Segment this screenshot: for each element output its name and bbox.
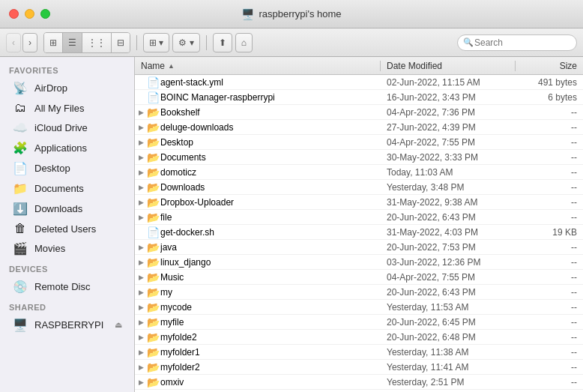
back-button[interactable]: ‹ bbox=[6, 33, 21, 52]
close-button[interactable]: ✕ bbox=[9, 9, 19, 19]
table-row[interactable]: ▶📂Dropbox-Uploader31-May-2022, 9:38 AM-- bbox=[135, 195, 583, 210]
table-row[interactable]: ▶📂omxivYesterday, 2:51 PM-- bbox=[135, 375, 583, 390]
view-mode-group: ⊞ ☰ ⋮⋮ ⊟ bbox=[43, 32, 130, 53]
remote-disc-icon: 💿 bbox=[12, 280, 28, 294]
table-row[interactable]: ▶📂mycodeYesterday, 11:53 AM-- bbox=[135, 300, 583, 315]
folder-icon: 📂 bbox=[147, 166, 160, 178]
arrange-button[interactable]: ⊞ ▾ bbox=[143, 33, 169, 52]
share-button[interactable]: ⬆ bbox=[213, 33, 232, 52]
table-row[interactable]: ▶📂Desktop04-Apr-2022, 7:55 PM-- bbox=[135, 135, 583, 150]
table-row[interactable]: ▶📂file20-Jun-2022, 6:43 PM-- bbox=[135, 210, 583, 225]
file-size: -- bbox=[516, 272, 583, 283]
expand-button[interactable]: ▶ bbox=[135, 364, 147, 371]
sidebar-item-deleted-users[interactable]: 🗑 Deleted Users bbox=[3, 219, 131, 238]
sidebar-item-applications[interactable]: 🧩 Applications bbox=[3, 138, 131, 158]
expand-button[interactable]: ▶ bbox=[135, 199, 147, 206]
expand-button[interactable]: ▶ bbox=[135, 379, 147, 386]
toolbar-separator-2 bbox=[206, 35, 207, 50]
file-date: 27-Jun-2022, 4:39 PM bbox=[381, 122, 516, 133]
table-row[interactable]: ▶📂domoticzToday, 11:03 AM-- bbox=[135, 165, 583, 180]
table-row[interactable]: ▶📂my20-Jun-2022, 6:43 PM-- bbox=[135, 285, 583, 300]
expand-button[interactable]: ▶ bbox=[135, 184, 147, 191]
expand-button[interactable]: ▶ bbox=[135, 139, 147, 146]
table-row[interactable]: ▶📂deluge-downloads27-Jun-2022, 4:39 PM-- bbox=[135, 120, 583, 135]
search-input[interactable] bbox=[457, 34, 577, 51]
sidebar-item-documents[interactable]: 📁 Documents bbox=[3, 178, 131, 199]
table-row[interactable]: ▶📂myfolder1Yesterday, 11:38 AM-- bbox=[135, 345, 583, 360]
file-size: -- bbox=[516, 302, 583, 313]
col-date-label: Date Modified bbox=[387, 61, 442, 71]
table-row[interactable]: 📄get-docker.sh31-May-2022, 4:03 PM19 KB bbox=[135, 225, 583, 240]
icloud-icon: ☁️ bbox=[12, 121, 28, 135]
file-size: -- bbox=[516, 182, 583, 193]
file-size: -- bbox=[516, 152, 583, 163]
table-row[interactable]: ▶📂Bookshelf04-Apr-2022, 7:36 PM-- bbox=[135, 105, 583, 120]
view-gallery-button[interactable]: ⊟ bbox=[112, 33, 130, 52]
expand-button[interactable]: ▶ bbox=[135, 304, 147, 311]
sidebar-item-desktop[interactable]: 📄 Desktop bbox=[3, 158, 131, 178]
sidebar-item-movies[interactable]: 🎬 Movies bbox=[3, 238, 131, 259]
sidebar-item-raspberrypi[interactable]: 🖥️ RASPBERRYPI ⏏ bbox=[3, 315, 131, 335]
sidebar-item-airdrop[interactable]: 📡 AirDrop bbox=[3, 78, 131, 98]
path-button[interactable]: ⌂ bbox=[235, 33, 253, 52]
view-list-button[interactable]: ☰ bbox=[63, 33, 82, 52]
folder-icon: 📂 bbox=[147, 286, 160, 298]
col-name-header[interactable]: Name ▲ bbox=[135, 61, 381, 71]
table-row[interactable]: ▶📂myfolde220-Jun-2022, 6:48 PM-- bbox=[135, 330, 583, 345]
sort-arrow: ▲ bbox=[168, 62, 175, 70]
file-date: 20-Jun-2022, 6:43 PM bbox=[381, 212, 516, 223]
file-icon: 📄 bbox=[147, 91, 160, 103]
window-title-icon: 🖥️ bbox=[241, 8, 254, 20]
forward-button[interactable]: › bbox=[22, 33, 37, 52]
expand-button[interactable]: ▶ bbox=[135, 334, 147, 341]
expand-button[interactable]: ▶ bbox=[135, 214, 147, 221]
table-row[interactable]: ▶📂DownloadsYesterday, 3:48 PM-- bbox=[135, 180, 583, 195]
file-date: 20-Jun-2022, 7:53 PM bbox=[381, 242, 516, 253]
sidebar-item-downloads[interactable]: ⬇️ Downloads bbox=[3, 199, 131, 219]
col-size-header[interactable]: Size bbox=[516, 61, 583, 71]
expand-button[interactable]: ▶ bbox=[135, 259, 147, 266]
table-row[interactable]: ▶📂myfolder2Yesterday, 11:41 AM-- bbox=[135, 360, 583, 375]
expand-button[interactable]: ▶ bbox=[135, 274, 147, 281]
action-button[interactable]: ⚙ ▾ bbox=[172, 33, 199, 52]
expand-button[interactable]: ▶ bbox=[135, 244, 147, 251]
table-row[interactable]: ▶📂linux_django03-Jun-2022, 12:36 PM-- bbox=[135, 255, 583, 270]
folder-icon: 📂 bbox=[147, 151, 160, 163]
file-name: file bbox=[160, 212, 381, 223]
minimize-button[interactable]: − bbox=[25, 9, 34, 19]
eject-button[interactable]: ⏏ bbox=[115, 320, 122, 330]
view-icon-button[interactable]: ⊞ bbox=[44, 33, 63, 52]
expand-button[interactable]: ▶ bbox=[135, 124, 147, 131]
expand-button[interactable]: ▶ bbox=[135, 289, 147, 296]
sidebar-item-all-my-files[interactable]: 🗂 All My Files bbox=[3, 98, 131, 118]
table-row[interactable]: ▶📂java20-Jun-2022, 7:53 PM-- bbox=[135, 240, 583, 255]
title-bar: ✕ − + 🖥️ raspberrypi's home bbox=[0, 0, 583, 28]
expand-button[interactable]: ▶ bbox=[135, 349, 147, 356]
table-row[interactable]: 📄agent-stack.yml02-Jun-2022, 11:15 AM491… bbox=[135, 75, 583, 90]
folder-icon: 📂 bbox=[147, 361, 160, 373]
col-size-label: Size bbox=[560, 61, 577, 71]
folder-icon: 📂 bbox=[147, 211, 160, 223]
arrange-icon: ⊞ ▾ bbox=[149, 37, 163, 48]
nav-buttons: ‹ › bbox=[6, 33, 37, 52]
folder-icon: 📂 bbox=[147, 316, 160, 328]
favorites-header: Favorites bbox=[0, 60, 134, 78]
table-row[interactable]: ▶📂Documents30-May-2022, 3:33 PM-- bbox=[135, 150, 583, 165]
expand-button[interactable]: ▶ bbox=[135, 109, 147, 116]
sidebar-item-icloud-drive[interactable]: ☁️ iCloud Drive bbox=[3, 118, 131, 138]
folder-icon: 📂 bbox=[147, 376, 160, 388]
expand-button[interactable]: ▶ bbox=[135, 154, 147, 161]
expand-button[interactable]: ▶ bbox=[135, 169, 147, 176]
table-row[interactable]: ▶📂myfile20-Jun-2022, 6:45 PM-- bbox=[135, 315, 583, 330]
file-name: Bookshelf bbox=[160, 107, 381, 118]
col-date-header[interactable]: Date Modified bbox=[381, 61, 516, 71]
table-row[interactable]: ▶📂Music04-Apr-2022, 7:55 PM-- bbox=[135, 270, 583, 285]
sidebar-item-remote-disc[interactable]: 💿 Remote Disc bbox=[3, 277, 131, 297]
maximize-button[interactable]: + bbox=[40, 9, 50, 19]
file-name: Music bbox=[160, 272, 381, 283]
view-column-button[interactable]: ⋮⋮ bbox=[82, 33, 112, 52]
table-row[interactable]: 📄BOINC Manager-raspberrypi16-Jun-2022, 3… bbox=[135, 90, 583, 105]
deleted-users-icon: 🗑 bbox=[12, 222, 28, 235]
file-size: -- bbox=[516, 377, 583, 388]
expand-button[interactable]: ▶ bbox=[135, 319, 147, 326]
